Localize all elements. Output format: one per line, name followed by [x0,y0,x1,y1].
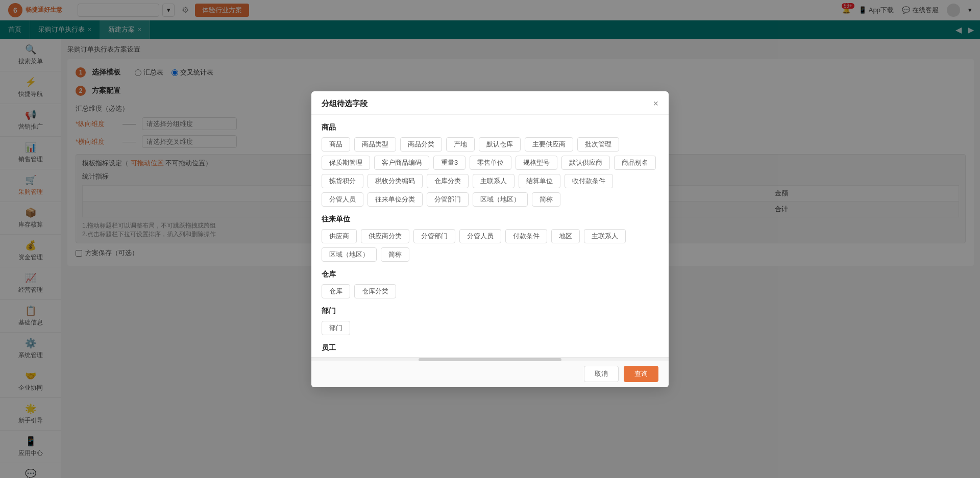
field-chip-dept[interactable]: 分管部门 [427,192,469,207]
field-group-warehouse: 仓库 仓库 仓库分类 [322,270,658,298]
field-chip-abbr-partner[interactable]: 简称 [381,247,409,262]
modal-footer: 取消 查询 [311,360,669,387]
modal-overlay: 分组待选字段 × 商品 商品 商品类型 商品分类 产地 默认仓库 主要供应商 批… [0,0,980,478]
field-chip-product-type[interactable]: 商品类型 [354,137,396,152]
modal-cancel-btn[interactable]: 取消 [584,366,619,382]
field-chip-warehouse-category[interactable]: 仓库分类 [427,174,469,188]
modal-dialog: 分组待选字段 × 商品 商品 商品类型 商品分类 产地 默认仓库 主要供应商 批… [311,91,669,387]
field-chip-product-category[interactable]: 商品分类 [400,137,442,152]
field-chip-warehouse[interactable]: 仓库 [322,284,350,298]
field-chip-retail-unit[interactable]: 零售单位 [470,156,511,170]
field-chip-batch-mgmt[interactable]: 批次管理 [577,137,619,152]
field-group-employee: 员工 业务员 [322,343,658,357]
field-chip-abbr-product[interactable]: 简称 [532,192,560,207]
modal-hscroll[interactable] [311,357,669,360]
field-chip-department[interactable]: 部门 [322,321,350,335]
field-chip-supplier[interactable]: 供应商 [322,229,357,243]
field-chip-pick-points[interactable]: 拣货积分 [322,174,363,188]
field-group-product: 商品 商品 商品类型 商品分类 产地 默认仓库 主要供应商 批次管理 保质期管理… [322,123,658,207]
modal-confirm-btn[interactable]: 查询 [624,366,658,382]
field-chip-main-contact2[interactable]: 主联系人 [584,229,626,243]
field-chip-warehouse-cat[interactable]: 仓库分类 [354,284,396,298]
field-group-department: 部门 部门 [322,307,658,335]
field-group-partner-title: 往来单位 [322,215,658,224]
field-chip-settlement-unit[interactable]: 结算单位 [519,174,560,188]
field-chip-region-product[interactable]: 区域（地区） [473,192,528,207]
field-chips-partner: 供应商 供应商分类 分管部门 分管人员 付款条件 地区 主联系人 区域（地区） … [322,229,658,262]
field-group-department-title: 部门 [322,307,658,316]
field-chip-main-contact[interactable]: 主联系人 [473,174,514,188]
field-chip-tax-code[interactable]: 税收分类编码 [368,174,423,188]
field-chip-supplier-category[interactable]: 供应商分类 [361,229,409,243]
field-chip-manager[interactable]: 分管人员 [322,192,363,207]
field-chip-customer-sku[interactable]: 客户商品编码 [374,156,429,170]
field-chip-region-partner[interactable]: 区域（地区） [322,247,377,262]
modal-body: 商品 商品 商品类型 商品分类 产地 默认仓库 主要供应商 批次管理 保质期管理… [311,115,669,357]
field-chip-spec-model[interactable]: 规格型号 [516,156,557,170]
field-chip-product-alias[interactable]: 商品别名 [614,156,656,170]
field-chip-expiry-mgmt[interactable]: 保质期管理 [322,156,370,170]
field-group-partner: 往来单位 供应商 供应商分类 分管部门 分管人员 付款条件 地区 主联系人 区域… [322,215,658,262]
field-chip-default-supplier[interactable]: 默认供应商 [561,156,610,170]
field-chips-department: 部门 [322,321,658,335]
field-chip-partner-manager[interactable]: 分管人员 [459,229,501,243]
modal-header: 分组待选字段 × [311,91,669,115]
field-chip-payment-terms[interactable]: 收付款条件 [565,174,613,188]
field-chip-partner-category[interactable]: 往来单位分类 [368,192,423,207]
field-group-warehouse-title: 仓库 [322,270,658,279]
field-chip-partner-dept[interactable]: 分管部门 [413,229,455,243]
field-chip-main-supplier[interactable]: 主要供应商 [525,137,573,152]
field-chips-product: 商品 商品类型 商品分类 产地 默认仓库 主要供应商 批次管理 保质期管理 客户… [322,137,658,207]
field-group-product-title: 商品 [322,123,658,132]
field-group-employee-title: 员工 [322,343,658,353]
modal-close-btn[interactable]: × [653,98,658,109]
field-chip-weight[interactable]: 重量3 [433,156,465,170]
modal-hscroll-thumb [419,358,561,361]
field-chip-default-warehouse[interactable]: 默认仓库 [479,137,521,152]
field-chip-area[interactable]: 地区 [551,229,580,243]
field-chips-warehouse: 仓库 仓库分类 [322,284,658,298]
modal-title: 分组待选字段 [322,99,368,109]
field-chip-origin[interactable]: 产地 [446,137,475,152]
field-chip-product[interactable]: 商品 [322,137,350,152]
field-chip-pay-terms[interactable]: 付款条件 [505,229,547,243]
